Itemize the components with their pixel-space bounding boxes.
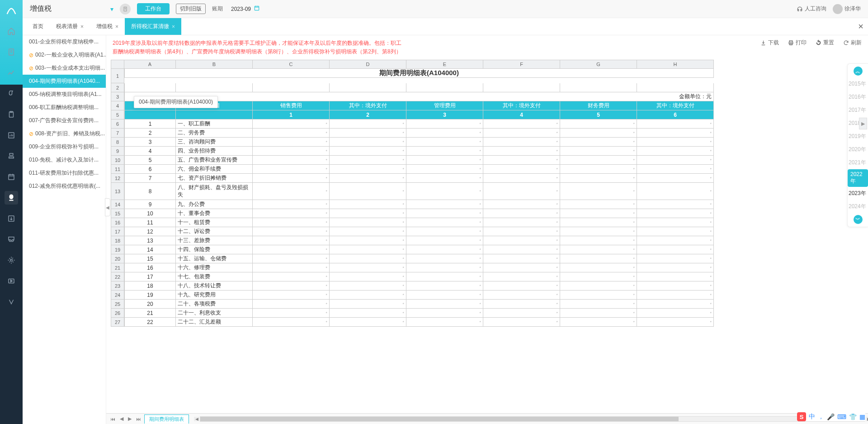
doc-icon-button[interactable] [120,4,131,14]
data-cell[interactable]: * [637,147,714,156]
data-cell[interactable]: * [253,318,330,327]
print-button[interactable]: 打印 [788,39,807,47]
data-cell[interactable]: * [483,318,560,327]
form-list-item[interactable]: 001-企业所得税年度纳税申... [23,35,106,48]
data-cell[interactable]: * [253,174,330,183]
form-list-item[interactable]: ⊘008-资产折旧、摊销及纳税... [23,127,106,140]
data-cell[interactable]: * [253,209,330,218]
data-cell[interactable]: * [637,218,714,227]
sheet-tab[interactable]: 期间费用明细表 [144,414,189,424]
ime-keyboard-icon[interactable]: ⌨ [837,413,846,420]
data-cell[interactable]: * [406,263,483,272]
data-cell[interactable]: * [330,318,406,327]
data-cell[interactable]: * [406,165,483,174]
ime-punct-icon[interactable]: ， [818,413,824,421]
data-cell[interactable]: * [560,236,637,245]
nav-calendar-icon[interactable] [5,170,18,184]
data-cell[interactable]: * [253,165,330,174]
form-list-item[interactable]: 011-研发费用加计扣除优惠... [23,167,106,180]
nav-report-icon[interactable] [5,129,18,142]
form-list-item[interactable]: 006-职工薪酬纳税调整明细... [23,101,106,114]
data-cell[interactable]: * [637,129,714,138]
data-cell[interactable]: * [406,200,483,209]
year-down-icon[interactable]: ︾ [854,215,863,224]
download-button[interactable]: 下载 [760,39,779,47]
year-option[interactable]: 2015年 [848,77,868,91]
data-cell[interactable]: * [406,281,483,291]
form-list-item[interactable]: 012-减免所得税优惠明细表(... [23,180,106,193]
year-option[interactable]: 2017年 [848,104,868,117]
expand-sheet-icon[interactable]: ▶ [859,118,867,129]
data-cell[interactable]: * [253,200,330,209]
nav-invoice-icon[interactable] [5,45,18,59]
data-cell[interactable]: * [253,309,330,318]
year-up-icon[interactable]: ︽ [854,67,863,76]
tab-首页[interactable]: 首页 [26,18,50,35]
data-cell[interactable]: * [637,156,714,165]
sheet-nav-prev[interactable]: ◀ [118,416,125,422]
nav-money-icon[interactable] [5,87,18,100]
data-cell[interactable]: * [253,272,330,281]
year-option[interactable]: 2024年 [848,200,868,213]
switch-old-button[interactable]: 切到旧版 [176,4,206,14]
data-cell[interactable]: * [483,254,560,263]
data-cell[interactable]: * [483,227,560,236]
data-cell[interactable]: * [560,200,637,209]
scroll-left-icon[interactable]: ◀ [194,417,199,421]
data-cell[interactable]: * [637,119,714,129]
data-cell[interactable]: * [253,263,330,272]
data-cell[interactable]: * [560,218,637,227]
data-cell[interactable]: * [406,183,483,200]
nav-export-icon[interactable] [5,212,18,225]
data-cell[interactable]: * [330,200,406,209]
data-cell[interactable]: * [253,236,330,245]
data-cell[interactable]: * [560,300,637,309]
nav-video-icon[interactable] [5,274,18,288]
data-cell[interactable]: * [483,174,560,183]
data-cell[interactable]: * [406,309,483,318]
data-cell[interactable]: * [406,147,483,156]
data-cell[interactable]: * [330,272,406,281]
reset-button[interactable]: 重置 [816,39,834,47]
data-cell[interactable]: * [637,291,714,300]
data-cell[interactable]: * [560,263,637,272]
data-cell[interactable]: * [637,183,714,200]
data-cell[interactable]: * [560,129,637,138]
data-cell[interactable]: * [253,291,330,300]
data-cell[interactable]: * [483,119,560,129]
data-cell[interactable]: * [253,156,330,165]
data-cell[interactable]: * [560,281,637,291]
ime-toolbox-icon[interactable]: ▦ [859,413,865,420]
data-cell[interactable]: * [560,291,637,300]
data-cell[interactable]: * [253,281,330,291]
data-cell[interactable]: * [483,156,560,165]
ime-voice-icon[interactable]: 🎤 [827,413,835,420]
year-option[interactable]: 2022年 [848,169,868,187]
ime-lang[interactable]: 中 [809,413,815,421]
workbench-button[interactable]: 工作台 [137,3,170,14]
data-cell[interactable]: * [637,300,714,309]
data-cell[interactable]: * [406,291,483,300]
data-cell[interactable]: * [637,174,714,183]
scroll-thumb[interactable] [200,417,679,421]
form-list-item[interactable]: 010-免税、减计收入及加计... [23,153,106,167]
data-cell[interactable]: * [253,129,330,138]
data-cell[interactable]: * [483,183,560,200]
tab-税表清册[interactable]: 税表清册× [50,18,90,35]
data-cell[interactable]: * [253,245,330,254]
data-cell[interactable]: * [483,165,560,174]
data-cell[interactable]: * [406,156,483,165]
year-option[interactable]: 2020年 [848,143,868,156]
data-cell[interactable]: * [330,129,406,138]
data-cell[interactable]: * [406,119,483,129]
data-cell[interactable]: * [637,165,714,174]
data-cell[interactable]: * [406,272,483,281]
data-cell[interactable]: * [406,129,483,138]
data-cell[interactable]: * [406,209,483,218]
nav-home-icon[interactable] [5,24,18,38]
data-cell[interactable]: * [253,227,330,236]
form-list-item[interactable]: ⊘002-一般企业收入明细表(A1... [23,48,106,62]
data-cell[interactable]: * [637,138,714,147]
nav-stamp-icon[interactable] [5,149,18,163]
data-cell[interactable]: * [330,119,406,129]
